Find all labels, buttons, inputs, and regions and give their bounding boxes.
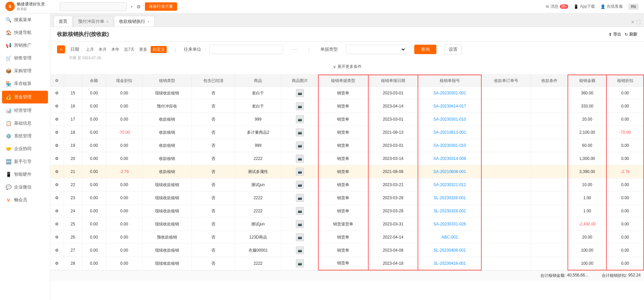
date-last-month[interactable]: 上月 bbox=[85, 46, 95, 53]
cell-settings[interactable]: ⚙ bbox=[50, 178, 64, 191]
cell-settings[interactable]: ⚙ bbox=[50, 100, 64, 113]
export-btn[interactable]: ⬆ 导出 bbox=[608, 32, 621, 37]
sidebar-item-quick-nav[interactable]: 🏠 快捷导航 bbox=[0, 26, 50, 39]
query-btn[interactable]: 查询 bbox=[414, 45, 436, 54]
cell-receipt-order bbox=[481, 257, 531, 270]
settings-filter-btn[interactable]: 设置 bbox=[444, 44, 462, 54]
col-header-product-img: 商品图片 bbox=[281, 75, 318, 87]
cell-offset-type: 收款核销 bbox=[143, 139, 192, 152]
row-settings-icon[interactable]: ⚙ bbox=[55, 104, 59, 109]
cell-settings[interactable]: ⚙ bbox=[50, 218, 64, 231]
page-title-text: 收款核销执行(按收款) bbox=[57, 31, 109, 38]
message-btn[interactable]: ✉ 消息 99+ bbox=[546, 4, 568, 9]
row-settings-icon[interactable]: ⚙ bbox=[55, 117, 59, 122]
gear-icon[interactable]: ⚙ bbox=[137, 4, 141, 9]
cell-settings[interactable]: ⚙ bbox=[50, 87, 64, 100]
cell-balance: 0.00 bbox=[82, 218, 106, 231]
col-header-balance: 余额 bbox=[82, 75, 106, 87]
sidebar-item-purchase[interactable]: 📦 采购管理 bbox=[0, 65, 50, 77]
sidebar-item-sys[interactable]: ⚙️ 系统管理 bbox=[0, 130, 50, 142]
table-row: ⚙ 16 0.00 0.00 预付冲应收 否 老白干 📷 销货单 2023-04… bbox=[50, 100, 644, 113]
cell-offset-doc-type: 销货单 bbox=[318, 87, 368, 100]
row-settings-icon[interactable]: ⚙ bbox=[55, 91, 59, 95]
cell-settings[interactable]: ⚙ bbox=[50, 257, 64, 270]
cell-offset-date: 2021-08-13 bbox=[368, 126, 418, 139]
cell-offset-doc-type: 销货单 bbox=[318, 152, 368, 165]
cell-offset-amount: 100.00 bbox=[568, 244, 606, 257]
tab-prepay[interactable]: 预付冲应付单 × bbox=[73, 16, 113, 27]
col-header-settings[interactable]: ⚙ bbox=[50, 75, 64, 87]
tab-home[interactable]: 首页 bbox=[54, 16, 72, 27]
sidebar-item-hardware[interactable]: 📱 智能硬件 bbox=[0, 168, 50, 181]
cell-product: 2222 bbox=[235, 205, 281, 218]
refresh-btn[interactable]: ↻ 刷新 bbox=[625, 32, 637, 37]
cell-settings[interactable]: ⚙ bbox=[50, 244, 64, 257]
col-header-include-settled: 包含已结清 bbox=[192, 75, 235, 87]
cell-settings[interactable]: ⚙ bbox=[50, 205, 64, 218]
tab-prepay-close[interactable]: × bbox=[106, 19, 108, 24]
cell-receipt-cond bbox=[531, 152, 568, 165]
row-settings-icon[interactable]: ⚙ bbox=[55, 235, 59, 240]
row-settings-icon[interactable]: ⚙ bbox=[55, 143, 59, 148]
app-download-btn[interactable]: 📱 App下载 bbox=[574, 4, 595, 9]
cell-offset-discount: 0.00 bbox=[606, 100, 644, 113]
sidebar-item-base-info[interactable]: 📋 基础信息 bbox=[0, 117, 50, 130]
sidebar-item-corp[interactable]: 🤝 企业协同 bbox=[0, 142, 50, 155]
cell-settings[interactable]: ⚙ bbox=[50, 165, 64, 178]
cell-settings[interactable]: ⚙ bbox=[50, 152, 64, 165]
cell-seq: 22 bbox=[64, 178, 82, 191]
sidebar-item-vip[interactable]: V 畅会员 bbox=[0, 194, 50, 206]
date-custom[interactable]: 自定义 bbox=[151, 46, 167, 53]
table-row: ⚙ 24 0.00 0.00 现续收款核销 否 2222 📷 销货单 2023-… bbox=[50, 205, 644, 218]
sidebar-item-inventory[interactable]: 🏪 库存核算 bbox=[0, 77, 50, 90]
cell-settings[interactable]: ⚙ bbox=[50, 126, 64, 139]
close-window-icon[interactable]: × bbox=[631, 19, 634, 25]
date-7days[interactable]: 近7天 bbox=[123, 46, 136, 53]
date-this-month[interactable]: 本月 bbox=[97, 46, 108, 53]
cell-settings[interactable]: ⚙ bbox=[50, 191, 64, 205]
table-container[interactable]: ⚙ 余额 现金折扣 核销类型 包含已结清 商品 商品图片 核销单据类型 核销单报… bbox=[50, 75, 644, 300]
row-settings-icon[interactable]: ⚙ bbox=[55, 261, 59, 266]
cell-settings[interactable]: ⚙ bbox=[50, 113, 64, 126]
sidebar-item-marketing[interactable]: 📢 营销推广 bbox=[0, 39, 50, 52]
cell-offset-date: 2023-03-14 bbox=[368, 152, 418, 165]
row-settings-icon[interactable]: ⚙ bbox=[55, 156, 59, 161]
expand-more-btn[interactable]: ∨ 展开更多条件 bbox=[57, 62, 637, 72]
expand-filter-btn[interactable]: » bbox=[57, 45, 65, 53]
cell-settings[interactable]: ⚙ bbox=[50, 139, 64, 152]
date-this-year[interactable]: 本年 bbox=[110, 46, 121, 53]
cell-settings[interactable]: ⚙ bbox=[50, 231, 64, 244]
row-settings-icon[interactable]: ⚙ bbox=[55, 196, 59, 200]
cell-offset-type: 收款核销 bbox=[143, 126, 192, 139]
cell-offset-amount: 60.00 bbox=[568, 139, 606, 152]
row-settings-icon[interactable]: ⚙ bbox=[55, 130, 59, 135]
cell-offset-date: 2023-04-14 bbox=[368, 100, 418, 113]
tab-receipt-close[interactable]: × bbox=[147, 19, 149, 24]
online-service-btn[interactable]: 👤 在线客服 bbox=[600, 4, 623, 9]
sidebar-item-search-menu[interactable]: 🔍 搜索菜单 bbox=[0, 13, 50, 26]
row-settings-icon[interactable]: ⚙ bbox=[55, 169, 59, 174]
sidebar-item-guide[interactable]: 🆕 新手引导 bbox=[0, 155, 50, 168]
row-settings-icon[interactable]: ⚙ bbox=[55, 182, 59, 187]
sidebar-item-wechat[interactable]: 💬 企业微信 bbox=[0, 181, 50, 194]
row-settings-icon[interactable]: ⚙ bbox=[55, 209, 59, 213]
cell-product-img: 📷 bbox=[281, 113, 318, 126]
row-settings-icon[interactable]: ⚙ bbox=[55, 222, 59, 226]
table-settings-icon[interactable]: ⚙ bbox=[55, 78, 59, 83]
from-unit-input[interactable] bbox=[209, 45, 283, 54]
industry-btn[interactable]: 休验行业方案 bbox=[145, 2, 177, 11]
search-input[interactable] bbox=[60, 2, 127, 11]
table-footer: 合计核销金额: 40,556,66... 合计核销折扣: 952.24 bbox=[50, 270, 644, 281]
maximize-icon[interactable]: ⛶ bbox=[636, 20, 641, 25]
cell-seq: 16 bbox=[64, 100, 82, 113]
sidebar-item-sales[interactable]: 🛒 销售管理 bbox=[0, 52, 50, 65]
sidebar-label-inventory: 库存核算 bbox=[14, 81, 32, 87]
doc-type-select[interactable] bbox=[346, 45, 406, 54]
sidebar-item-finance[interactable]: 💰 资金管理 bbox=[2, 91, 48, 103]
date-more[interactable]: 更多 bbox=[138, 46, 149, 53]
tab-bar: 首页 预付冲应付单 × 收款核销执行 × × ⛶ bbox=[50, 13, 644, 27]
sidebar-item-biz[interactable]: 📊 经营管理 bbox=[0, 104, 50, 117]
cell-offset-doc-type: 销货单 bbox=[318, 231, 368, 244]
tab-receipt-offset[interactable]: 收款核销执行 × bbox=[114, 16, 154, 27]
row-settings-icon[interactable]: ⚙ bbox=[55, 248, 59, 253]
